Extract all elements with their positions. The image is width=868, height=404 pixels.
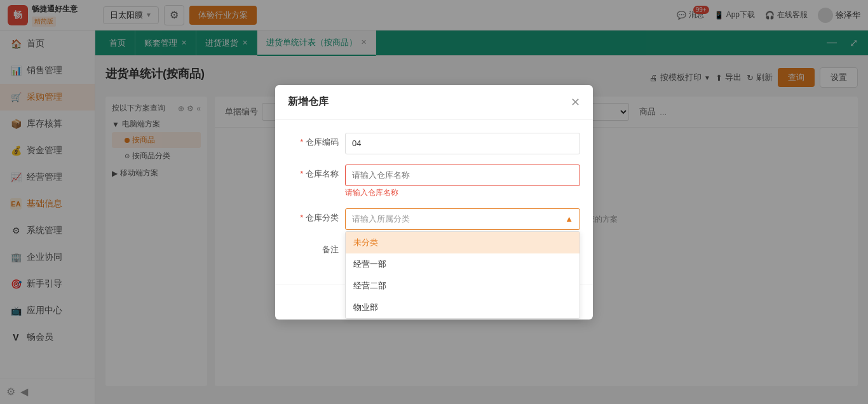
- category-dropdown-list: 未分类 经营一部 经营二部 物业部: [345, 231, 580, 319]
- modal-body: 仓库编码 仓库名称 请输入仓库名称 仓库分类 请输入所属分类: [275, 120, 593, 285]
- modal-close-icon[interactable]: ✕: [571, 95, 580, 109]
- category-control: 请输入所属分类 ▲ 未分类 经营一部 经营二部 物业部: [345, 208, 580, 230]
- name-input[interactable]: [345, 165, 580, 186]
- dropdown-option-dept3[interactable]: 物业部: [346, 297, 580, 318]
- form-row-code: 仓库编码: [288, 133, 580, 154]
- dropdown-option-uncategorized[interactable]: 未分类: [346, 232, 580, 253]
- category-label: 仓库分类: [288, 208, 339, 224]
- code-control: [345, 133, 580, 154]
- form-row-category: 仓库分类 请输入所属分类 ▲ 未分类 经营一部 经营二部 物业部: [288, 208, 580, 230]
- category-arrow-icon: ▲: [565, 214, 573, 224]
- dropdown-option-dept2[interactable]: 经营二部: [346, 275, 580, 297]
- code-input[interactable]: [345, 133, 580, 154]
- form-row-name: 仓库名称 请输入仓库名称: [288, 165, 580, 198]
- name-control: 请输入仓库名称: [345, 165, 580, 198]
- code-label: 仓库编码: [288, 133, 339, 148]
- name-error-msg: 请输入仓库名称: [345, 187, 580, 198]
- add-warehouse-modal: 新增仓库 ✕ 仓库编码 仓库名称 请输入仓库名称 仓库分类: [275, 85, 593, 320]
- modal-overlay[interactable]: 新增仓库 ✕ 仓库编码 仓库名称 请输入仓库名称 仓库分类: [0, 0, 868, 404]
- name-label: 仓库名称: [288, 165, 339, 180]
- category-dropdown-trigger[interactable]: 请输入所属分类 ▲: [345, 208, 580, 230]
- modal-header: 新增仓库 ✕: [275, 85, 593, 120]
- category-placeholder: 请输入所属分类: [352, 213, 410, 225]
- modal-title: 新增仓库: [288, 95, 329, 109]
- note-label: 备注: [288, 240, 339, 255]
- dropdown-option-dept1[interactable]: 经营一部: [346, 253, 580, 275]
